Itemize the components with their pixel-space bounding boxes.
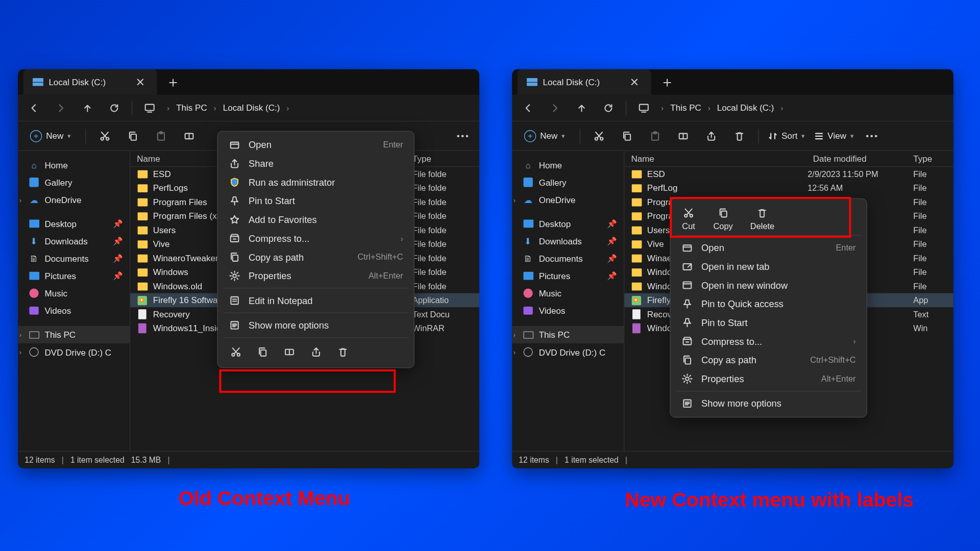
sidebar-item-dvd[interactable]: ›DVD Drive (D:) C xyxy=(18,343,130,361)
table-row[interactable]: PerfLog12:56 AMFile xyxy=(624,181,953,195)
more-button[interactable]: ••• xyxy=(454,127,473,145)
refresh-button[interactable] xyxy=(105,98,124,117)
tab-close-button[interactable] xyxy=(133,74,148,89)
menu-item[interactable]: Pin to Start xyxy=(222,192,410,211)
menu-item[interactable]: Show more options xyxy=(222,316,410,335)
sidebar-item-videos[interactable]: Videos xyxy=(18,302,130,319)
rename-button[interactable] xyxy=(674,127,693,145)
crumb-thispc[interactable]: This PC xyxy=(176,103,207,113)
tab-close-button[interactable] xyxy=(627,74,642,89)
up-button[interactable] xyxy=(572,98,591,117)
view-button[interactable]: View▾ xyxy=(814,131,853,141)
forward-button[interactable] xyxy=(52,98,70,117)
sidebar-item-thispc[interactable]: ›This PC xyxy=(512,326,624,343)
pc-icon[interactable] xyxy=(634,98,653,117)
cut-button[interactable] xyxy=(590,127,608,145)
menu-item[interactable]: Add to Favorites xyxy=(222,210,410,229)
new-button[interactable]: +New▾ xyxy=(24,127,76,144)
chevron-right-icon[interactable]: › xyxy=(513,196,516,203)
sidebar-item-downloads[interactable]: ⬇Downloads📌 xyxy=(18,233,130,250)
sidebar-item-music[interactable]: Music xyxy=(18,285,130,302)
sidebar-item-thispc[interactable]: ›This PC xyxy=(18,326,130,343)
sidebar-item-home[interactable]: ⌂Home xyxy=(512,156,624,173)
context-menu-new[interactable]: CutCopyDelete OpenEnterOpen in new tabOp… xyxy=(670,198,867,418)
menu-item[interactable]: Pin to Quick access xyxy=(675,294,863,313)
menu-item[interactable]: PropertiesAlt+Enter xyxy=(675,369,863,388)
chevron-right-icon[interactable]: › xyxy=(513,348,516,356)
copy-button[interactable] xyxy=(124,127,142,145)
chevron-right-icon[interactable]: › xyxy=(19,348,21,356)
sidebar-item-gallery[interactable]: Gallery xyxy=(512,173,624,191)
sidebar-item-onedrive[interactable]: ›☁OneDrive xyxy=(18,191,130,208)
back-button[interactable] xyxy=(519,98,537,117)
new-button[interactable]: +New▾ xyxy=(519,127,570,144)
menu-item[interactable]: Run as administrator xyxy=(222,173,410,192)
rename-button[interactable] xyxy=(180,127,199,145)
sidebar-item-pictures[interactable]: Pictures📌 xyxy=(18,267,130,285)
back-button[interactable] xyxy=(24,98,43,117)
menu-action-copy[interactable]: Copy xyxy=(714,206,733,231)
pc-icon[interactable] xyxy=(140,98,159,117)
crumb-thispc[interactable]: This PC xyxy=(670,103,701,113)
menu-item[interactable]: Copy as pathCtrl+Shift+C xyxy=(222,248,410,267)
sidebar-item-pictures[interactable]: Pictures📌 xyxy=(512,267,624,285)
sort-button[interactable]: Sort▾ xyxy=(768,131,805,141)
sidebar-item-onedrive[interactable]: ›☁OneDrive xyxy=(512,191,624,208)
chevron-right-icon[interactable]: › xyxy=(513,331,516,338)
sidebar-item-documents[interactable]: 🗎Documents📌 xyxy=(512,250,624,267)
sidebar-item-home[interactable]: ⌂Home xyxy=(18,156,130,173)
share-icon[interactable] xyxy=(309,345,324,360)
copy-button[interactable] xyxy=(618,127,636,145)
menu-item[interactable]: Open in new window xyxy=(675,276,863,295)
menu-item[interactable]: Open in new tab xyxy=(675,257,863,276)
menu-action-cut[interactable]: Cut xyxy=(681,206,696,231)
menu-item[interactable]: OpenEnter xyxy=(675,238,863,257)
menu-item[interactable]: Edit in Notepad xyxy=(222,291,410,310)
more-button[interactable]: ••• xyxy=(863,127,882,145)
menu-item[interactable]: Show more options xyxy=(675,394,863,413)
col-date[interactable]: Date modified xyxy=(813,154,914,164)
delete-button[interactable] xyxy=(730,127,749,145)
sidebar-item-gallery[interactable]: Gallery xyxy=(18,173,130,191)
sidebar-item-videos[interactable]: Videos xyxy=(512,302,624,319)
cut-button[interactable] xyxy=(95,127,114,145)
context-menu-old[interactable]: OpenEnterShareRun as administratorPin to… xyxy=(217,131,414,368)
rename-icon[interactable] xyxy=(282,345,297,360)
sidebar-item-documents[interactable]: 🗎Documents📌 xyxy=(18,250,130,267)
copy-icon[interactable] xyxy=(255,345,270,360)
sidebar-item-dvd[interactable]: ›DVD Drive (D:) C xyxy=(512,343,624,361)
paste-button[interactable] xyxy=(646,127,665,145)
menu-item[interactable]: Copy as pathCtrl+Shift+C xyxy=(675,350,863,369)
share-button[interactable] xyxy=(702,127,721,145)
cut-icon[interactable] xyxy=(229,345,243,360)
col-type[interactable]: Type xyxy=(412,154,473,164)
chevron-right-icon[interactable]: › xyxy=(19,196,21,203)
breadcrumb[interactable]: › This PC › Local Disk (C:) › xyxy=(167,103,289,113)
refresh-button[interactable] xyxy=(599,98,618,117)
menu-item[interactable]: Compress to...› xyxy=(675,332,863,351)
menu-item[interactable]: PropertiesAlt+Enter xyxy=(222,266,410,285)
col-name[interactable]: Name xyxy=(631,154,813,164)
chevron-right-icon[interactable]: › xyxy=(19,331,21,338)
columns-header[interactable]: Name Date modified Type xyxy=(624,151,953,167)
sidebar-item-desktop[interactable]: Desktop📌 xyxy=(512,215,624,232)
crumb-localdisk[interactable]: Local Disk (C:) xyxy=(717,103,774,113)
new-tab-button[interactable] xyxy=(658,73,677,92)
sidebar-item-music[interactable]: Music xyxy=(512,285,624,302)
sidebar-item-downloads[interactable]: ⬇Downloads📌 xyxy=(512,233,624,250)
new-tab-button[interactable] xyxy=(164,73,183,92)
tab-localdisk[interactable]: Local Disk (C:) xyxy=(23,69,157,95)
tab-localdisk[interactable]: Local Disk (C:) xyxy=(518,69,651,95)
menu-item[interactable]: Compress to...› xyxy=(222,229,410,248)
crumb-localdisk[interactable]: Local Disk (C:) xyxy=(223,103,280,113)
menu-item[interactable]: Share xyxy=(222,154,410,173)
menu-action-delete[interactable]: Delete xyxy=(750,206,774,231)
menu-item[interactable]: Pin to Start xyxy=(675,313,863,332)
delete-icon[interactable] xyxy=(335,345,350,360)
up-button[interactable] xyxy=(78,98,97,117)
menu-item[interactable]: OpenEnter xyxy=(222,136,410,155)
sidebar-item-desktop[interactable]: Desktop📌 xyxy=(18,215,130,232)
breadcrumb[interactable]: › This PC › Local Disk (C:) › xyxy=(661,103,783,113)
forward-button[interactable] xyxy=(546,98,565,117)
col-type[interactable]: Type xyxy=(913,154,947,164)
